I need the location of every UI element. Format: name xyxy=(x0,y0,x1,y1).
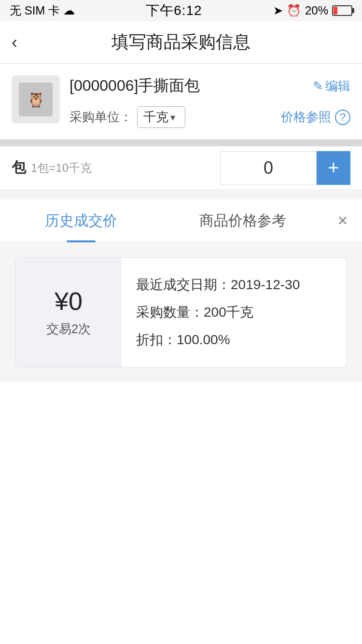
product-thumbnail: 🦉 xyxy=(12,75,60,124)
alarm-icon: ⏰ xyxy=(287,4,301,17)
discount-value: 100.00% xyxy=(177,332,230,347)
price-reference-button[interactable]: 价格参照 ? xyxy=(281,109,350,126)
quantity-label: 包 1包=10千克 xyxy=(12,158,92,178)
edit-icon: ✎ xyxy=(313,79,323,94)
page-title: 填写商品采购信息 xyxy=(111,30,251,54)
chevron-down-icon: ▾ xyxy=(170,112,175,123)
product-info: [0000006]手撕面包 ✎ 编辑 采购单位： 千克 ▾ 价格参照 ? xyxy=(70,75,350,128)
status-left: 无 SIM 卡 ☁ xyxy=(10,3,75,18)
transaction-date-row: 最近成交日期：2019-12-30 xyxy=(136,275,332,294)
content-area xyxy=(0,382,362,644)
status-bar: 无 SIM 卡 ☁ 下午6:12 ➤ ⏰ 20% xyxy=(0,0,362,21)
tab-product-label: 商品价格参考 xyxy=(199,211,286,231)
quantity-unit-name: 包 xyxy=(12,158,26,178)
tabs-row: 历史成交价 商品价格参考 × xyxy=(0,199,362,243)
quantity-input[interactable] xyxy=(220,151,317,185)
transaction-price: ¥0 xyxy=(55,287,83,316)
transaction-qty-row: 采购数量：200千克 xyxy=(136,303,332,322)
back-button[interactable]: ‹ xyxy=(12,32,17,53)
transaction-discount-row: 折扣：100.00% xyxy=(136,330,332,349)
edit-button[interactable]: ✎ 编辑 xyxy=(313,78,350,95)
tab-product-price[interactable]: 商品价格参考 xyxy=(162,199,323,242)
transaction-price-panel: ¥0 交易2次 xyxy=(15,258,122,367)
status-time: 下午6:12 xyxy=(146,1,202,20)
location-icon: ➤ xyxy=(273,4,283,17)
status-right: ➤ ⏰ 20% xyxy=(273,4,352,17)
tab-history-label: 历史成交价 xyxy=(45,211,117,231)
thumbnail-inner: 🦉 xyxy=(19,83,53,116)
section-divider xyxy=(0,140,362,146)
product-name-row: [0000006]手撕面包 ✎ 编辑 xyxy=(70,75,350,97)
quantity-row: 包 1包=10千克 + xyxy=(0,146,362,190)
quantity-plus-button[interactable]: + xyxy=(317,151,350,185)
discount-label: 折扣： xyxy=(136,332,177,347)
date-label: 最近成交日期： xyxy=(136,277,231,292)
product-unit-row: 采购单位： 千克 ▾ 价格参照 ? xyxy=(70,106,350,128)
nav-bar: ‹ 填写商品采购信息 xyxy=(0,21,362,64)
product-id: [0000006] xyxy=(70,77,138,94)
unit-left: 采购单位： 千克 ▾ xyxy=(70,106,185,128)
quantity-controls: + xyxy=(220,151,350,185)
transaction-card: ¥0 交易2次 最近成交日期：2019-12-30 采购数量：200千克 折扣：… xyxy=(15,257,347,367)
close-icon: × xyxy=(337,210,348,231)
help-icon: ? xyxy=(335,110,350,125)
tab-close-button[interactable]: × xyxy=(323,199,362,242)
transaction-details-panel: 最近成交日期：2019-12-30 采购数量：200千克 折扣：100.00% xyxy=(122,258,347,367)
product-name: [0000006]手撕面包 xyxy=(70,75,200,97)
edit-label: 编辑 xyxy=(325,78,350,95)
product-logo-icon: 🦉 xyxy=(27,91,45,108)
product-header: 🦉 [0000006]手撕面包 ✎ 编辑 采购单位： 千克 ▾ xyxy=(12,75,350,128)
product-card: 🦉 [0000006]手撕面包 ✎ 编辑 采购单位： 千克 ▾ xyxy=(0,64,362,140)
tab-history-price[interactable]: 历史成交价 xyxy=(0,199,162,242)
quantity-unit-hint: 1包=10千克 xyxy=(31,160,92,176)
transaction-count: 交易2次 xyxy=(46,321,91,337)
signal-label: 无 SIM 卡 ☁ xyxy=(10,3,75,18)
unit-select[interactable]: 千克 ▾ xyxy=(137,106,185,128)
unit-prefix-label: 采购单位： xyxy=(70,109,132,126)
date-value: 2019-12-30 xyxy=(231,277,300,292)
product-title: 手撕面包 xyxy=(138,77,200,94)
qty-label: 采购数量： xyxy=(136,305,204,320)
price-ref-label: 价格参照 xyxy=(281,109,331,126)
unit-value-label: 千克 xyxy=(143,109,168,126)
battery-icon xyxy=(332,5,352,16)
battery-percent: 20% xyxy=(305,4,328,17)
qty-value: 200千克 xyxy=(204,305,253,320)
